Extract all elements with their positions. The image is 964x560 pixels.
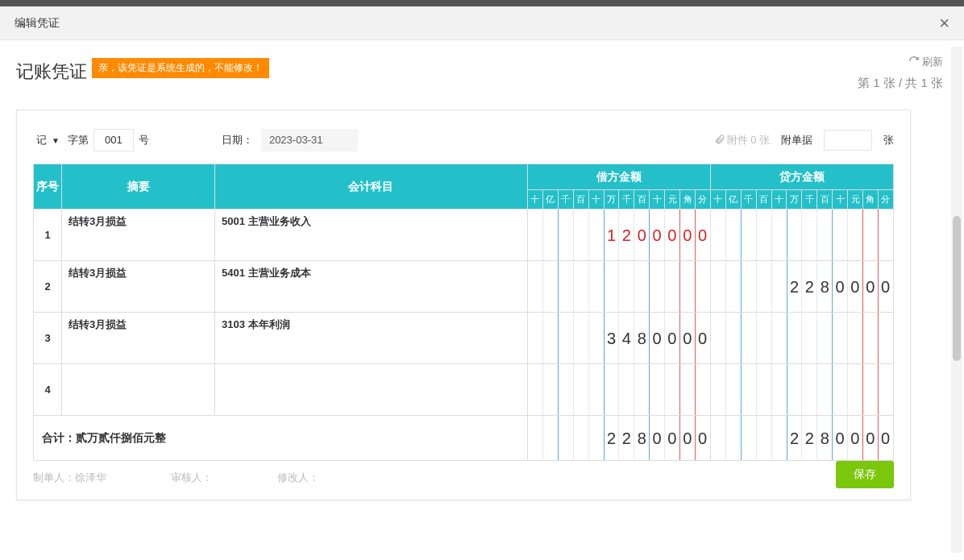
- summary-cell[interactable]: [62, 364, 215, 416]
- table-row: 3结转3月损益3103 本年利润3480000: [34, 313, 894, 364]
- modifier: 修改人：: [277, 471, 319, 485]
- account-cell[interactable]: 3103 本年利润: [214, 313, 527, 364]
- attachment-link[interactable]: 附件 0 张: [714, 133, 770, 147]
- modal-titlebar: 编辑凭证 ×: [0, 6, 964, 40]
- col-summary: 摘要: [62, 164, 215, 209]
- scrollbar-thumb[interactable]: [953, 216, 961, 361]
- vertical-scrollbar[interactable]: [951, 47, 962, 553]
- total-debit[interactable]: 2280000: [528, 416, 711, 461]
- total-credit[interactable]: 2280000: [710, 416, 893, 461]
- total-row: 合计：贰万贰仟捌佰元整22800002280000: [34, 416, 894, 461]
- account-cell[interactable]: [214, 364, 527, 416]
- summary-cell[interactable]: 结转3月损益: [62, 261, 215, 313]
- account-cell[interactable]: 5001 主营业务收入: [214, 209, 527, 261]
- debit-cell[interactable]: 3480000: [528, 313, 711, 364]
- attached-receipts-input[interactable]: [824, 130, 872, 151]
- table-row: 4: [34, 364, 894, 416]
- voucher-card: 记 ▼ 字第 001 号 日期： 2023-03-31 附件 0 张 附单据 张: [16, 110, 911, 500]
- credit-cell[interactable]: [710, 209, 893, 261]
- maker: 制单人：徐泽华: [33, 471, 106, 485]
- modal-title: 编辑凭证: [15, 16, 60, 31]
- date-label: 日期：: [222, 133, 253, 147]
- credit-cell[interactable]: [710, 313, 893, 364]
- voucher-info-line: 记 ▼ 字第 001 号 日期： 2023-03-31 附件 0 张 附单据 张: [33, 127, 894, 154]
- close-icon[interactable]: ×: [939, 15, 949, 32]
- col-debit: 借方金额: [528, 164, 711, 190]
- app-tab-strip: [0, 0, 964, 6]
- col-credit: 贷方金额: [710, 164, 893, 190]
- caret-down-icon: ▼: [52, 136, 60, 145]
- summary-cell[interactable]: 结转3月损益: [62, 209, 215, 261]
- voucher-number-input[interactable]: 001: [93, 129, 134, 151]
- col-account: 会计科目: [214, 164, 527, 209]
- table-row: 2结转3月损益5401 主营业务成本2280000: [34, 261, 894, 313]
- account-cell[interactable]: 5401 主营业务成本: [214, 261, 527, 313]
- debit-cell[interactable]: [528, 364, 711, 416]
- refresh-icon: [908, 56, 920, 67]
- signature-line: 制单人：徐泽华 审核人： 修改人：: [33, 471, 894, 485]
- voucher-table: 序号 摘要 会计科目 借方金额 贷方金额 十亿千百十万千百十元角分十亿千百十万千…: [33, 164, 894, 461]
- credit-cell[interactable]: [710, 364, 893, 416]
- save-button[interactable]: 保存: [836, 461, 894, 488]
- auditor: 审核人：: [171, 471, 213, 485]
- page-indicator: 第 1 张 / 共 1 张: [858, 76, 943, 91]
- date-input[interactable]: 2023-03-31: [261, 129, 358, 151]
- voucher-type-select[interactable]: 记 ▼: [33, 131, 63, 149]
- debit-cell[interactable]: [528, 261, 711, 313]
- refresh-button[interactable]: 刷新: [908, 55, 943, 69]
- col-seq: 序号: [34, 164, 62, 209]
- debit-cell[interactable]: 1200000: [528, 209, 711, 261]
- readonly-warning-badge: 亲，该凭证是系统生成的，不能修改！: [92, 58, 269, 78]
- table-row: 1结转3月损益5001 主营业务收入1200000: [34, 209, 894, 261]
- summary-cell[interactable]: 结转3月损益: [62, 313, 215, 364]
- credit-cell[interactable]: 2280000: [710, 261, 893, 313]
- total-label: 合计：贰万贰仟捌佰元整: [34, 416, 528, 461]
- page-title: 记账凭证: [16, 60, 87, 84]
- paperclip-icon: [714, 134, 725, 145]
